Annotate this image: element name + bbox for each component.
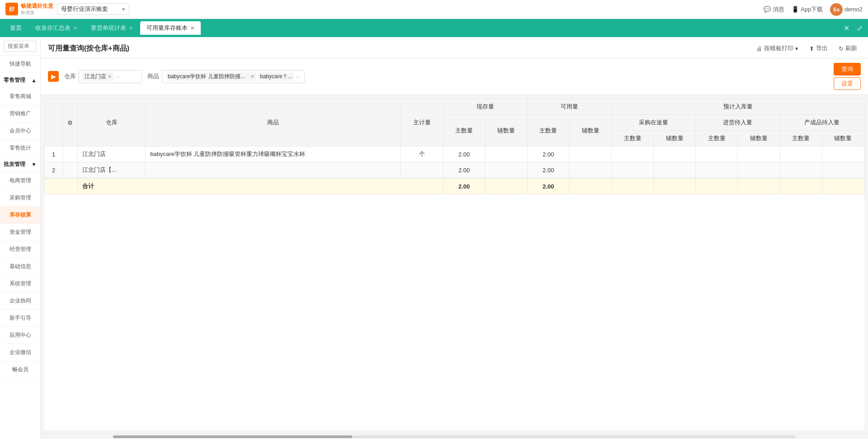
sidebar-item-marketing[interactable]: 营销推广 (0, 105, 40, 123)
sidebar-item-finance[interactable]: 资金管理 (0, 224, 40, 241)
warehouse-more-btn[interactable]: ··· (115, 73, 120, 80)
th-incoming-aux: 辅数量 (738, 131, 780, 146)
warehouse-filter-label: 仓库 (64, 72, 76, 80)
remove-warehouse-btn[interactable]: ✕ (108, 74, 112, 80)
cell-settings (63, 146, 78, 162)
top-header: 好 畅捷通好生意 标准版 母婴行业演示账套 ▾ 💬 消息 📱 App下载 Ea … (0, 0, 868, 19)
cell-incoming-main (696, 146, 738, 162)
search-input[interactable] (4, 41, 37, 52)
query-button[interactable]: 查询 (834, 63, 861, 76)
refresh-icon: ↻ (839, 45, 844, 52)
cell-incoming-main (696, 162, 738, 179)
horizontal-scrollbar[interactable] (41, 434, 868, 439)
product-more-btn[interactable]: ··· (296, 73, 301, 80)
cell-product-main (780, 162, 822, 179)
cell-index: 1 (45, 146, 63, 162)
chevron-icon: ▾ (795, 45, 798, 52)
marketing-label: 营销推广 (9, 110, 31, 118)
summary-purchase-main (612, 178, 654, 194)
sidebar: 快捷导航 零售管理 ▲ 零售商城 营销推广 会员中心 零售统计 批发管理 ▼ 电… (0, 37, 41, 439)
nav-tabs-bar: 首页 收发存汇总表 ✕ 要货单统计表 ✕ 可用量库存账本 ✕ ✕ ⤢ (0, 19, 868, 37)
remove-product-btn[interactable]: ✕ (250, 74, 255, 80)
cell-avail-main: 2.00 (527, 162, 569, 179)
th-settings[interactable]: ⚙ (63, 99, 78, 146)
quick-nav-label: 快捷导航 (9, 60, 31, 68)
chevron-down-icon: ▾ (122, 6, 125, 13)
sidebar-item-wechat[interactable]: 企业微信 (0, 344, 40, 361)
sidebar-item-operation[interactable]: 经营管理 (0, 241, 40, 258)
th-current-stock: 现存量 (443, 99, 527, 115)
sidebar-item-member-plus[interactable]: 畅会员 (0, 361, 40, 378)
scroll-track (113, 435, 796, 438)
export-label: 导出 (816, 44, 828, 52)
table-row: 2 江北门店【... 2.00 2.00 (45, 162, 864, 179)
th-avail-aux: 辅数量 (569, 115, 611, 146)
retail-mgmt-label: 零售管理 (4, 76, 25, 84)
sidebar-item-basic-info[interactable]: 基础信息 (0, 258, 40, 275)
cell-purchase-aux (654, 146, 696, 162)
th-product-pending: 产成品待入量 (780, 115, 864, 131)
download-icon: 📱 (792, 6, 799, 13)
operation-label: 经营管理 (9, 245, 31, 253)
sidebar-item-member[interactable]: 会员中心 (0, 123, 40, 140)
cell-main-unit (401, 162, 443, 179)
print-btn[interactable]: 🖨 按模板打印 ▾ (753, 42, 802, 54)
product-filter-input[interactable]: babycare学饮杯 儿童防摔防撞吸管杯重力球吸嘴杯宝宝水杯 ✕ babyca… (162, 70, 305, 83)
sidebar-item-tutorial[interactable]: 新手引导 (0, 310, 40, 327)
system-label: 系统管理 (9, 280, 31, 288)
cell-stock-aux (485, 146, 527, 162)
cell-stock-main: 2.00 (443, 146, 485, 162)
th-purchase-main: 主数量 (612, 131, 654, 146)
summary-product-main (780, 178, 822, 194)
th-product-aux: 辅数量 (822, 131, 864, 146)
sidebar-item-wholesale[interactable]: 批发管理 ▼ (0, 157, 40, 172)
close-tab-icon[interactable]: ✕ (842, 22, 851, 34)
refresh-label: 刷新 (845, 44, 857, 52)
page-title: 可用量查询(按仓库+商品) (48, 44, 129, 53)
arrow-icon: ▼ (31, 161, 37, 168)
summary-label: 合计 (78, 178, 443, 194)
message-btn[interactable]: 💬 消息 (764, 5, 784, 14)
sidebar-item-inventory[interactable]: 库存核算 (0, 207, 40, 224)
sidebar-item-quick-nav[interactable]: 快捷导航 (0, 56, 40, 73)
close-icon[interactable]: ✕ (129, 25, 133, 31)
app-download-btn[interactable]: 📱 App下载 (792, 5, 823, 14)
filter-bar: ▶ 仓库 江北门店 ✕ ··· 商品 babycare学饮杯 儿童防摔防撞吸管杯… (41, 58, 868, 95)
app-center-label: 应用中心 (9, 331, 31, 339)
user-area[interactable]: Ea demo2 (830, 3, 863, 16)
message-label: 消息 (773, 5, 784, 14)
tab-home[interactable]: 首页 (4, 21, 28, 35)
close-icon[interactable]: ✕ (73, 25, 77, 31)
table-wrapper: ⚙ 仓库 商品 主计量 现存量 可用量 预计入库量 主数量 辅数量 主数量 辅数… (44, 99, 864, 430)
sidebar-item-app-center[interactable]: 应用中心 (0, 327, 40, 344)
warehouse-filter-input[interactable]: 江北门店 ✕ ··· (79, 70, 142, 83)
inventory-label: 库存核算 (9, 211, 31, 219)
expand-icon[interactable]: ⤢ (855, 22, 864, 34)
cell-stock-aux (485, 162, 527, 179)
expand-filter-btn[interactable]: ▶ (48, 71, 59, 82)
refresh-btn[interactable]: ↻ 刷新 (835, 42, 861, 54)
cell-product-aux (822, 162, 864, 179)
sidebar-item-retail-stats[interactable]: 零售统计 (0, 140, 40, 157)
sidebar-item-retail-mgmt[interactable]: 零售管理 ▲ (0, 73, 40, 88)
sidebar-item-system[interactable]: 系统管理 (0, 275, 40, 293)
settings-button[interactable]: 设置 (834, 77, 861, 90)
sidebar-item-enterprise[interactable]: 企业协同 (0, 293, 40, 310)
product-tag-value-1: babycare学饮杯 儿童防摔防撞吸管杯重力球吸嘴杯宝宝水杯 (168, 73, 249, 80)
header-right: 💬 消息 📱 App下载 Ea demo2 (764, 3, 863, 16)
summary-incoming-aux (738, 178, 780, 194)
cell-product (146, 162, 401, 179)
tab-available-stock[interactable]: 可用量库存账本 ✕ (140, 21, 201, 35)
export-btn[interactable]: ⬆ 导出 (806, 42, 831, 54)
scroll-thumb[interactable] (113, 435, 352, 438)
sidebar-item-retail-mall[interactable]: 零售商城 (0, 88, 40, 105)
enterprise-label: 企业协同 (9, 297, 31, 305)
close-icon[interactable]: ✕ (190, 25, 194, 31)
print-label: 按模板打印 (764, 44, 793, 52)
sidebar-item-purchase[interactable]: 采购管理 (0, 189, 40, 207)
tab-order-stats[interactable]: 要货单统计表 ✕ (85, 21, 139, 35)
tab-receive-summary[interactable]: 收发存汇总表 ✕ (29, 21, 84, 35)
cell-incoming-aux (738, 162, 780, 179)
sidebar-item-ecommerce[interactable]: 电商管理 (0, 172, 40, 189)
industry-selector[interactable]: 母婴行业演示账套 ▾ (57, 3, 129, 15)
